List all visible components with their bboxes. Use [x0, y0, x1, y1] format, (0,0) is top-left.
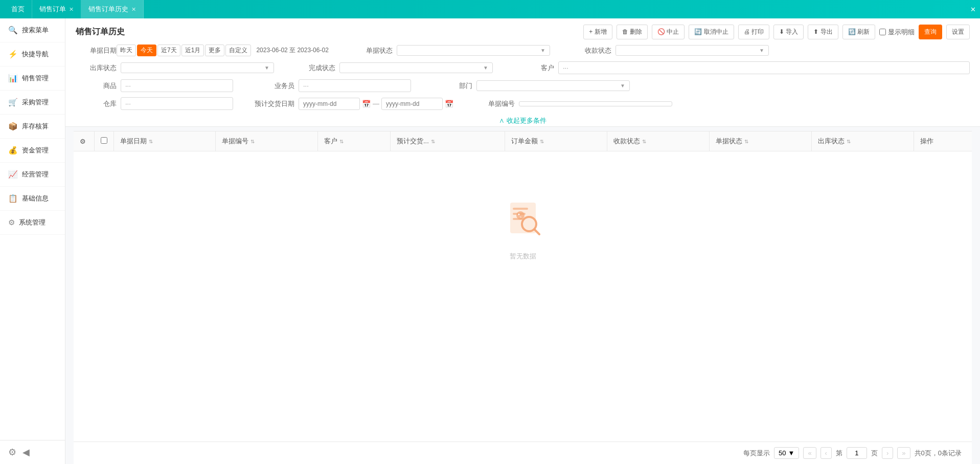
- th-order-status[interactable]: 单据状态⇅: [710, 131, 812, 151]
- sidebar-item-operations[interactable]: 📈 经营管理: [0, 163, 65, 187]
- tab-home[interactable]: 首页: [4, 0, 32, 18]
- settings-button[interactable]: 设置: [946, 25, 970, 39]
- payment-sort-icon: ⇅: [642, 139, 646, 144]
- system-icon: ⚙: [8, 218, 15, 227]
- sidebar-collapse-icon[interactable]: ◀: [22, 447, 30, 458]
- sidebar-item-purchase[interactable]: 🛒 采购管理: [0, 91, 65, 115]
- more-btn[interactable]: 更多: [205, 45, 224, 56]
- finance-icon: 💰: [8, 146, 18, 155]
- th-out-status[interactable]: 出库状态⇅: [812, 131, 914, 151]
- top-bar-right: ✕: [970, 6, 976, 13]
- sidebar-item-finance[interactable]: 💰 资金管理: [0, 139, 65, 163]
- th-amount[interactable]: 订单金额⇅: [505, 131, 607, 151]
- sidebar-item-sales-label: 销售管理: [22, 74, 49, 83]
- 7days-btn[interactable]: 近7天: [157, 45, 180, 56]
- warehouse-input[interactable]: ···: [121, 97, 233, 110]
- tab-sales-order[interactable]: 销售订单 ✕: [32, 0, 81, 18]
- th-settings[interactable]: ⚙: [74, 131, 94, 151]
- amount-sort-icon: ⇅: [540, 139, 544, 144]
- purchase-icon: 🛒: [8, 98, 18, 107]
- sidebar-item-purchase-label: 采购管理: [22, 98, 49, 107]
- export-button[interactable]: ⬆ 导出: [808, 25, 838, 39]
- tab-sales-order-close[interactable]: ✕: [69, 6, 74, 13]
- sidebar-item-sales[interactable]: 📊 销售管理: [0, 67, 65, 91]
- department-label: 部门: [431, 81, 472, 91]
- sidebar-item-quicknav-label: 快捷导航: [22, 50, 49, 59]
- order-no-label: 单据编号: [474, 99, 515, 108]
- sidebar-item-search[interactable]: 🔍 搜索菜单: [0, 18, 65, 42]
- last-page-btn[interactable]: »: [897, 447, 910, 459]
- query-button[interactable]: 查询: [919, 25, 942, 39]
- sidebar-item-inventory[interactable]: 📦 库存核算: [0, 115, 65, 139]
- table-container: ⚙ 单据日期⇅ 单据编号⇅ 客户⇅ 预计交货...⇅ 订单金额⇅ 收款状态⇅ 单…: [74, 131, 972, 441]
- filter-row-1: 单据日期 昨天 今天 近7天 近1月 更多 自定义 2023-06-02 至 2…: [76, 45, 970, 56]
- import-button[interactable]: ⬇ 导入: [773, 25, 804, 39]
- collapse-row[interactable]: ∧ 收起更多条件: [76, 113, 970, 126]
- custom-btn[interactable]: 自定义: [225, 45, 251, 56]
- salesperson-input[interactable]: ···: [299, 79, 411, 92]
- out-status-select[interactable]: ▼: [121, 62, 274, 73]
- order-no-input[interactable]: [519, 101, 672, 106]
- next-page-btn[interactable]: ›: [882, 447, 893, 459]
- filter-row-2: 出库状态 ▼ 完成状态 ▼ 客户 ···: [76, 61, 970, 74]
- print-button[interactable]: 🖨 打印: [738, 25, 769, 39]
- yesterday-btn[interactable]: 昨天: [117, 45, 136, 56]
- out-status-sort-icon: ⇅: [847, 139, 851, 144]
- date-label: 单据日期: [76, 46, 117, 55]
- th-check[interactable]: [94, 131, 113, 151]
- th-payment-status[interactable]: 收款状态⇅: [607, 131, 710, 151]
- th-action: 操作: [914, 131, 972, 151]
- department-select[interactable]: ▼: [476, 80, 630, 91]
- refresh-button[interactable]: 🔃 刷新: [842, 25, 875, 39]
- basic-icon: 📋: [8, 194, 18, 203]
- new-button[interactable]: + 新增: [583, 25, 612, 39]
- sidebar-item-system-label: 系统管理: [19, 218, 45, 227]
- delivery-sort-icon: ⇅: [431, 139, 435, 144]
- sidebar-item-quicknav[interactable]: ⚡ 快捷导航: [0, 42, 65, 67]
- page-title: 销售订单历史: [76, 27, 125, 37]
- today-btn[interactable]: 今天: [137, 45, 156, 56]
- empty-text: 暂无数据: [510, 252, 536, 261]
- customer-input[interactable]: ···: [558, 61, 970, 74]
- th-date[interactable]: 单据日期⇅: [113, 131, 216, 151]
- tab-sales-order-history-label: 销售订单历史: [88, 5, 128, 14]
- delete-button[interactable]: 🗑 删除: [617, 25, 648, 39]
- svg-point-7: [518, 214, 519, 215]
- sales-icon: 📊: [8, 74, 18, 83]
- payment-select[interactable]: ▼: [616, 45, 769, 56]
- per-page-select[interactable]: 50 ▼: [774, 447, 799, 459]
- show-detail-checkbox[interactable]: [879, 29, 886, 35]
- status-label: 单据状态: [352, 46, 393, 55]
- cancel-stop-button[interactable]: 🔄 取消中止: [689, 25, 734, 39]
- customer-label: 客户: [513, 63, 554, 73]
- delivery-date-start-input[interactable]: [299, 98, 360, 110]
- goods-input[interactable]: ···: [121, 79, 233, 92]
- first-page-btn[interactable]: «: [803, 447, 816, 459]
- prev-page-btn[interactable]: ‹: [821, 447, 832, 459]
- svg-rect-1: [513, 208, 528, 210]
- tab-sales-order-history[interactable]: 销售订单历史 ✕: [81, 0, 144, 18]
- tab-sales-order-history-close[interactable]: ✕: [131, 6, 136, 13]
- show-detail-check[interactable]: 显示明细: [879, 28, 915, 37]
- calendar-end-icon[interactable]: 📅: [445, 100, 453, 108]
- date-shortcuts-group: 昨天 今天 近7天 近1月 更多 自定义 2023-06-02 至 2023-0…: [117, 45, 331, 56]
- page-input[interactable]: [847, 447, 867, 459]
- complete-select[interactable]: ▼: [339, 62, 493, 73]
- th-customer[interactable]: 客户⇅: [318, 131, 391, 151]
- th-order-no[interactable]: 单据编号⇅: [216, 131, 318, 151]
- delivery-date-end-input[interactable]: [381, 98, 443, 110]
- sidebar-item-system[interactable]: ⚙ 系统管理: [0, 211, 65, 235]
- sidebar-settings-icon[interactable]: ⚙: [8, 447, 16, 458]
- sidebar-item-basic[interactable]: 📋 基础信息: [0, 187, 65, 211]
- filter-area: 单据日期 昨天 今天 近7天 近1月 更多 自定义 2023-06-02 至 2…: [76, 45, 970, 126]
- status-select[interactable]: ▼: [397, 45, 550, 56]
- date-shortcuts: 昨天 今天 近7天 近1月 更多 自定义 2023-06-02 至 2023-0…: [117, 45, 329, 56]
- close-icon[interactable]: ✕: [970, 6, 976, 13]
- per-page-label: 每页显示: [743, 449, 770, 458]
- stop-button[interactable]: 🚫 中止: [652, 25, 685, 39]
- month-btn[interactable]: 近1月: [181, 45, 204, 56]
- out-status-arrow-icon: ▼: [264, 65, 269, 71]
- calendar-start-icon[interactable]: 📅: [362, 100, 371, 108]
- select-all-checkbox[interactable]: [101, 137, 107, 144]
- th-delivery[interactable]: 预计交货...⇅: [390, 131, 505, 151]
